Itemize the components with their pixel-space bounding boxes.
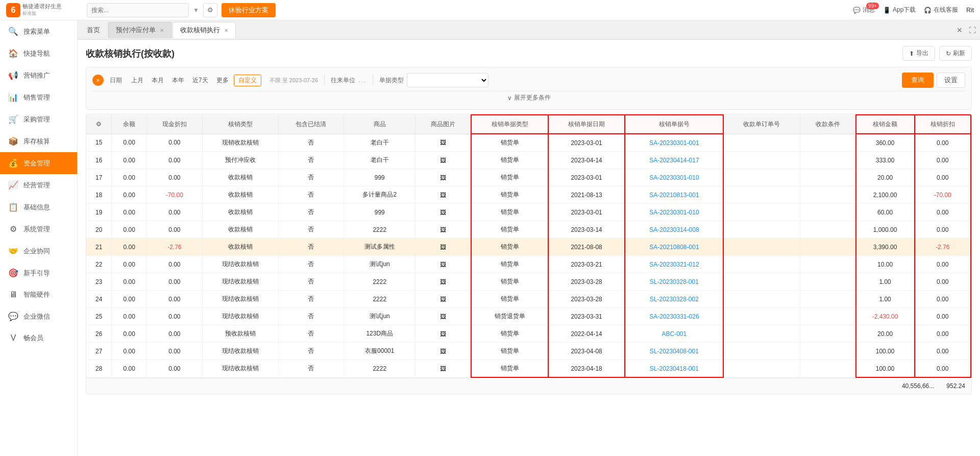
tab-prepay-close[interactable]: ✕	[160, 28, 164, 33]
th-settings[interactable]: ⚙	[86, 115, 112, 134]
td-verify-amount: 100.00	[856, 343, 915, 360]
date-custom[interactable]: 自定义	[234, 75, 261, 86]
hardware-icon: 🖥	[8, 290, 18, 299]
td-receipt-condition	[800, 238, 856, 256]
user-name[interactable]: Rit	[966, 7, 974, 14]
export-btn[interactable]: ⬆ 导出	[902, 46, 935, 61]
sidebar-item-inventory[interactable]: 📦 库存核算	[0, 130, 77, 152]
tab-close-all-icon[interactable]: ✕	[954, 24, 965, 36]
filter-expand-arrow[interactable]: »	[92, 75, 104, 86]
td-receipt-condition	[800, 325, 856, 343]
logo-icon: 6	[6, 3, 20, 17]
td-receipt-order-no	[723, 273, 800, 291]
td-verify-bill-no[interactable]: SA-20210808-001	[625, 238, 723, 256]
logo-name: 畅捷通谱好生意	[22, 3, 62, 10]
sidebar-item-wechat[interactable]: 💬 企业微信	[0, 305, 77, 327]
td-include-settled: 否	[278, 221, 344, 238]
refresh-btn[interactable]: ↻ 刷新	[939, 46, 972, 61]
sidebar-item-hardware[interactable]: 🖥 智能硬件	[0, 284, 77, 305]
td-verify-type: 收款核销	[202, 221, 278, 238]
td-verify-amount: 1,000.00	[856, 221, 915, 238]
unit-input-placeholder[interactable]: ...	[358, 77, 366, 84]
td-verify-amount: 2,100.00	[856, 186, 915, 204]
td-verify-bill-no[interactable]: SL-20230418-001	[625, 360, 723, 378]
page-title: 收款核销执行(按收款)	[86, 47, 175, 60]
query-btn[interactable]: 查询	[902, 73, 934, 88]
tab-fullscreen-icon[interactable]: ⛶	[967, 24, 978, 36]
td-balance: 0.00	[112, 169, 147, 186]
td-verify-discount: 0.00	[915, 256, 971, 273]
date-this-year[interactable]: 本年	[169, 75, 187, 86]
sidebar-item-sales[interactable]: 📊 销售管理	[0, 86, 77, 108]
sidebar-item-basic[interactable]: 📋 基础信息	[0, 196, 77, 218]
tab-receipt[interactable]: 收款核销执行 ✕	[173, 22, 236, 38]
td-include-settled: 否	[278, 291, 344, 308]
date-last-month[interactable]: 上月	[128, 75, 146, 86]
unit-filter-label: 往来单位	[331, 76, 355, 85]
tab-prepay[interactable]: 预付冲应付单 ✕	[108, 22, 172, 38]
sidebar-item-finance[interactable]: 💰 资金管理	[0, 152, 77, 174]
tab-home[interactable]: 首页	[80, 22, 107, 38]
sidebar-item-marketing[interactable]: 📢 营销推广	[0, 64, 77, 86]
date-more[interactable]: 更多	[213, 75, 232, 86]
td-receipt-condition	[800, 204, 856, 221]
date-7days[interactable]: 近7天	[189, 75, 211, 86]
td-balance: 0.00	[112, 204, 147, 221]
td-verify-bill-no[interactable]: ABC-001	[625, 325, 723, 343]
td-balance: 0.00	[112, 134, 147, 152]
td-verify-bill-no[interactable]: SL-20230328-002	[625, 291, 723, 308]
td-verify-type: 现结收款核销	[202, 343, 278, 360]
content-area: 首页 预付冲应付单 ✕ 收款核销执行 ✕ ✕ ⛶ 收款核销执行(按收款)	[78, 20, 980, 456]
sidebar-item-cooperation[interactable]: 🤝 企业协同	[0, 240, 77, 262]
sidebar-label-search: 搜索菜单	[23, 27, 50, 36]
sidebar-item-guide[interactable]: 🎯 新手引导	[0, 262, 77, 284]
voucher-type-select[interactable]	[407, 73, 488, 87]
sidebar-item-search[interactable]: 🔍 搜索菜单	[0, 20, 77, 42]
refresh-icon: ↻	[946, 50, 951, 57]
td-verify-bill-date: 2023-03-28	[548, 291, 625, 308]
online-service-btn[interactable]: 🎧 在线客服	[924, 6, 958, 14]
sidebar-label-system: 系统管理	[23, 225, 50, 234]
tab-receipt-close[interactable]: ✕	[224, 28, 228, 33]
tab-bar: 首页 预付冲应付单 ✕ 收款核销执行 ✕ ✕ ⛶	[78, 20, 980, 40]
td-cash-discount: 0.00	[147, 169, 203, 186]
td-verify-bill-no[interactable]: SA-20230414-017	[625, 152, 723, 169]
sidebar-item-system[interactable]: ⚙ 系统管理	[0, 218, 77, 240]
filter-settings-btn[interactable]: 设置	[937, 73, 965, 88]
td-receipt-order-no	[723, 360, 800, 378]
expand-more-label: 展开更多条件	[514, 93, 551, 102]
top-search-input[interactable]	[87, 3, 189, 17]
date-this-month[interactable]: 本月	[149, 75, 167, 86]
tab-receipt-label: 收款核销执行	[180, 26, 220, 35]
industry-btn[interactable]: 休验行业方案	[222, 3, 276, 17]
td-verify-bill-no[interactable]: SL-20230328-001	[625, 273, 723, 291]
td-cash-discount: 0.00	[147, 308, 203, 325]
sidebar-item-member[interactable]: V 畅会员	[0, 327, 77, 349]
td-verify-bill-no[interactable]: SA-20230321-012	[625, 256, 723, 273]
td-verify-bill-date: 2022-04-14	[548, 325, 625, 343]
td-verify-bill-no[interactable]: SA-20230301-010	[625, 204, 723, 221]
td-receipt-condition	[800, 169, 856, 186]
sidebar-label-finance: 资金管理	[23, 159, 50, 168]
marketing-icon: 📢	[8, 70, 18, 80]
td-product-img: 🖼	[415, 204, 472, 221]
sidebar-item-purchase[interactable]: 🛒 采购管理	[0, 108, 77, 130]
app-download-btn[interactable]: 📱 App下载	[883, 6, 916, 14]
th-receipt-condition: 收款条件	[800, 115, 856, 134]
td-verify-amount: 60.00	[856, 204, 915, 221]
search-chevron-icon[interactable]: ▼	[193, 7, 199, 14]
notifications-btn[interactable]: 💬 消息 99+	[853, 6, 875, 14]
query-action-area: 查询 设置	[902, 73, 965, 88]
sidebar-item-shortcut[interactable]: 🏠 快捷导航	[0, 42, 77, 64]
td-verify-bill-no[interactable]: SA-20230331-026	[625, 308, 723, 325]
td-verify-bill-no[interactable]: SA-20230301-010	[625, 169, 723, 186]
td-verify-bill-no[interactable]: SA-20230314-008	[625, 221, 723, 238]
expand-more-btn[interactable]: ∨ 展开更多条件	[92, 91, 965, 104]
settings-gear-btn[interactable]: ⚙	[203, 3, 217, 17]
td-verify-bill-no[interactable]: SL-20230408-001	[625, 343, 723, 360]
td-verify-bill-no[interactable]: SA-20230301-001	[625, 134, 723, 152]
operation-icon: 📈	[8, 180, 18, 190]
sidebar-label-marketing: 营销推广	[23, 71, 50, 80]
sidebar-item-operation[interactable]: 📈 经营管理	[0, 174, 77, 196]
td-verify-bill-no[interactable]: SA-20210813-001	[625, 186, 723, 204]
